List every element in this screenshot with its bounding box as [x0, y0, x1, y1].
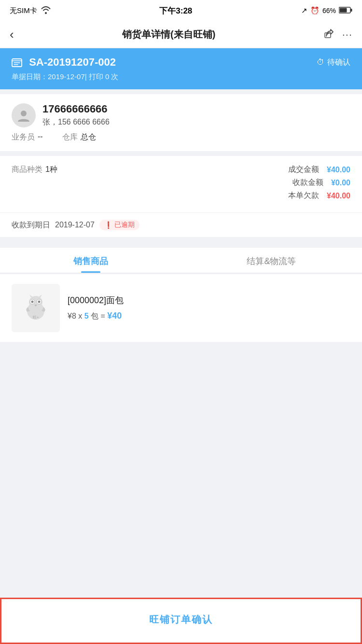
order-id-icon: [12, 56, 25, 68]
battery-icon: [339, 7, 352, 15]
location-icon: ↗: [301, 6, 307, 15]
wifi-icon: [41, 6, 51, 15]
order-status: ⏱ 待确认: [317, 57, 350, 68]
received-amount-label: 收款金额: [292, 178, 323, 188]
status-time: 下午3:28: [159, 5, 192, 16]
svg-point-10: [31, 301, 34, 303]
order-date: 单据日期：2019-12-07| 打印 0 次: [12, 72, 350, 82]
deal-amount-value: ¥40.00: [327, 166, 350, 174]
svg-point-11: [38, 301, 41, 303]
product-qty: 5: [84, 312, 89, 320]
product-unit: 包: [91, 312, 98, 320]
product-total: ¥40: [107, 311, 122, 321]
tabs-section: 销售商品 结算&物流等: [0, 248, 362, 273]
warehouse-label: 仓库: [62, 132, 78, 142]
due-date-section: 收款到期日 2019-12-07 ❗ 已逾期: [0, 212, 362, 237]
svg-rect-2: [339, 8, 347, 12]
order-id: SA-20191207-002: [12, 56, 116, 69]
owed-amount-value: ¥40.00: [327, 192, 350, 200]
sales-label: 业务员: [12, 132, 35, 142]
bottom-space: [0, 342, 362, 400]
due-date-label: 收款到期日: [12, 220, 50, 230]
avatar: [12, 103, 36, 127]
status-clock-icon: ⏱: [317, 58, 324, 67]
tab-settlement[interactable]: 结算&物流等: [181, 248, 362, 273]
product-kinds: 商品种类 1种: [12, 165, 57, 175]
product-list: 旺+ [0000002]面包 ¥8 x 5 包 = ¥40: [0, 274, 362, 342]
sales-value: --: [38, 132, 43, 142]
equals-symbol: =: [101, 312, 108, 320]
confirm-button-container: 旺铺订单确认: [0, 598, 362, 644]
summary-section: 商品种类 1种 成交金额 ¥40.00 收款金额 ¥0.00 本单欠款 ¥40.…: [0, 156, 362, 212]
carrier-text: 无SIM卡: [10, 6, 37, 15]
nav-bar: ‹ 销货单详情(来自旺铺) ···: [0, 21, 362, 48]
price-unit: ¥8: [68, 312, 76, 320]
owed-amount-label: 本单欠款: [288, 191, 319, 201]
tab-sales-products[interactable]: 销售商品: [0, 248, 181, 273]
status-bar: 无SIM卡 下午3:28 ↗ ⏰ 66%: [0, 0, 362, 21]
received-amount-value: ¥0.00: [331, 179, 350, 187]
order-header: SA-20191207-002 ⏱ 待确认 单据日期：2019-12-07| 打…: [0, 48, 362, 89]
status-carrier: 无SIM卡: [10, 6, 51, 15]
page-title: 销货单详情(来自旺铺): [122, 28, 215, 41]
customer-phone: 17666666666: [42, 103, 110, 115]
divider-1: [0, 151, 362, 156]
divider-2: [0, 237, 362, 243]
due-date-value: 2019-12-07: [55, 221, 95, 229]
multiply-symbol: x: [78, 312, 84, 320]
customer-name: 张，156 6666 6666: [42, 117, 110, 127]
alarm-icon: ⏰: [310, 6, 320, 15]
summary-amounts: 成交金额 ¥40.00 收款金额 ¥0.00 本单欠款 ¥40.00: [288, 165, 350, 204]
product-price-row: ¥8 x 5 包 = ¥40: [68, 311, 350, 322]
overdue-badge: ❗ 已逾期: [99, 220, 139, 230]
product-item: 旺+ [0000002]面包 ¥8 x 5 包 = ¥40: [0, 274, 362, 342]
product-name: [0000002]面包: [68, 294, 350, 306]
nav-actions: ···: [324, 28, 352, 42]
product-info: [0000002]面包 ¥8 x 5 包 = ¥40: [68, 294, 350, 322]
back-button[interactable]: ‹: [10, 27, 14, 42]
status-indicators: ↗ ⏰ 66%: [301, 6, 352, 15]
share-button[interactable]: [324, 28, 334, 42]
warehouse-value: 总仓: [81, 132, 96, 142]
confirm-order-button[interactable]: 旺铺订单确认: [11, 606, 351, 633]
battery-text: 66%: [322, 7, 336, 14]
more-button[interactable]: ···: [342, 28, 352, 41]
svg-point-5: [21, 111, 27, 116]
product-image: 旺+: [12, 284, 60, 332]
overdue-icon: ❗: [104, 221, 112, 229]
overdue-text: 已逾期: [114, 221, 135, 229]
customer-meta: 业务员 -- 仓库 总仓: [12, 132, 350, 142]
deal-amount-label: 成交金额: [288, 165, 319, 175]
svg-text:旺+: 旺+: [33, 315, 39, 320]
customer-section: 17666666666 张，156 6666 6666 业务员 -- 仓库 总仓: [0, 94, 362, 151]
svg-rect-1: [350, 9, 352, 12]
